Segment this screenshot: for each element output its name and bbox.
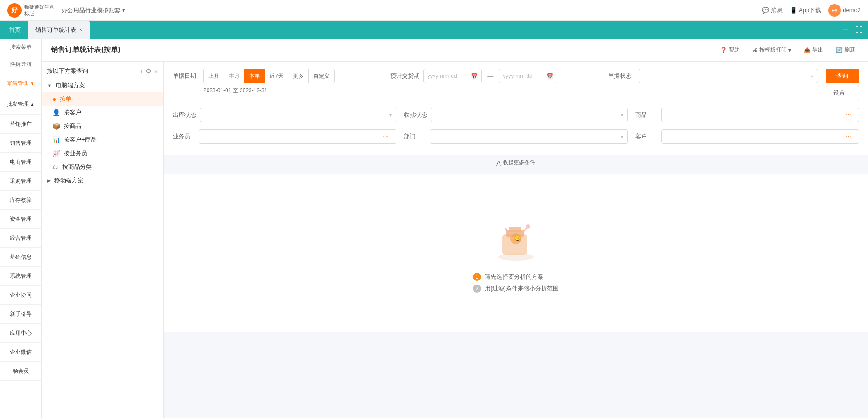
more-icon[interactable]: ··· bbox=[843, 111, 854, 119]
combined-icon: 📊 bbox=[52, 136, 60, 143]
tree-item-by-customer-goods[interactable]: 📊 按客户+商品 bbox=[42, 133, 163, 147]
tab-sales-stats[interactable]: 销售订单统计表 × bbox=[28, 21, 90, 39]
user-profile[interactable]: Ea demo2 bbox=[828, 4, 861, 17]
sales-person-input[interactable]: ··· bbox=[199, 129, 396, 144]
sidebar-item-newbie[interactable]: 新手引导 bbox=[0, 305, 41, 324]
sidebar-nav-quicklink[interactable]: 快捷导航 bbox=[0, 56, 41, 73]
date-range-display: 2023-01-01 至 2023-12-31 bbox=[203, 87, 267, 95]
refresh-icon: 🔄 bbox=[836, 47, 843, 53]
date-btn-last-month[interactable]: 上月 bbox=[203, 69, 224, 83]
left-panel-header: 按以下方案查询 + ⚙ « bbox=[42, 67, 163, 79]
forecast-date-end[interactable]: yyyy-mm-dd 📅 bbox=[499, 69, 557, 83]
tree-item-by-order[interactable]: ● 按单 bbox=[42, 92, 163, 106]
forecast-date-start[interactable]: yyyy-mm-dd 📅 bbox=[423, 69, 482, 83]
help-button[interactable]: ❓ 帮助 bbox=[717, 44, 743, 56]
logo-area: 好 畅捷通好生意 标版 bbox=[7, 3, 54, 18]
tree-item-by-category[interactable]: 🗂 按商品分类 bbox=[42, 160, 163, 174]
date-btn-more[interactable]: 更多 bbox=[288, 69, 309, 83]
sidebar-item-sales[interactable]: 销售管理 bbox=[0, 134, 41, 153]
print-icon: 🖨 bbox=[752, 47, 758, 53]
sidebar-item-enterprise[interactable]: 企业协同 bbox=[0, 286, 41, 305]
svg-text:😊: 😊 bbox=[514, 235, 522, 243]
sidebar-item-operations[interactable]: 经营管理 bbox=[0, 229, 41, 248]
tree-parent-mobile[interactable]: ▶ 移动端方案 bbox=[42, 174, 163, 187]
tree-item-by-customer[interactable]: 👤 按客户 bbox=[42, 106, 163, 119]
collapse-panel-icon[interactable]: « bbox=[154, 67, 158, 75]
filter-layout: 按以下方案查询 + ⚙ « ▼ 电脑端方案 ● 按单 � bbox=[42, 62, 868, 418]
logo-icon: 好 bbox=[7, 3, 22, 18]
left-panel: 按以下方案查询 + ⚙ « ▼ 电脑端方案 ● 按单 � bbox=[42, 62, 164, 418]
more-icon[interactable]: ··· bbox=[843, 133, 854, 141]
sidebar-item-system[interactable]: 系统管理 bbox=[0, 267, 41, 286]
download-button[interactable]: 📱 App下载 bbox=[790, 6, 821, 14]
department-dropdown[interactable]: ▾ bbox=[430, 129, 627, 144]
payment-status-cell: 收款状态 ▾ bbox=[404, 108, 627, 122]
sidebar-item-finance[interactable]: 资金管理 bbox=[0, 210, 41, 229]
sidebar-item-ecommerce[interactable]: 电商管理 bbox=[0, 153, 41, 172]
settings-button[interactable]: 设置 bbox=[826, 86, 859, 100]
department-label: 部门 bbox=[404, 133, 426, 141]
download-icon: 📱 bbox=[790, 7, 797, 14]
add-scheme-icon[interactable]: + bbox=[139, 67, 143, 75]
header-right: 💬 消息 📱 App下载 Ea demo2 bbox=[762, 4, 861, 17]
sidebar-item-wechat[interactable]: 企业微信 bbox=[0, 343, 41, 362]
export-button[interactable]: 📤 导出 bbox=[800, 44, 827, 56]
date-btn-this-month[interactable]: 本月 bbox=[224, 69, 245, 83]
page-title: 销售订单统计表(按单) bbox=[51, 45, 121, 60]
message-button[interactable]: 💬 消息 bbox=[762, 6, 783, 14]
date-btn-this-year[interactable]: 本年 bbox=[244, 69, 265, 83]
svg-point-7 bbox=[526, 224, 530, 229]
message-icon: 💬 bbox=[762, 7, 769, 14]
customer-label: 客户 bbox=[635, 133, 658, 141]
sidebar-item-apps[interactable]: 应用中心 bbox=[0, 324, 41, 343]
sidebar-item-purchase[interactable]: 采购管理 bbox=[0, 172, 41, 191]
minimize-icon[interactable]: ─ bbox=[841, 24, 850, 36]
date-shortcuts: 上月 本月 本年 近7天 更多 自定义 bbox=[203, 69, 335, 83]
print-button[interactable]: 🖨 按模板打印 ▾ bbox=[749, 44, 795, 56]
chevron-down-icon: ▾ bbox=[122, 7, 125, 14]
category-icon: 🗂 bbox=[52, 163, 59, 171]
close-tab-icon[interactable]: × bbox=[79, 27, 82, 33]
collapse-conditions-bar[interactable]: ⋀ 收起更多条件 bbox=[164, 155, 868, 170]
calendar-icon: 📅 bbox=[546, 73, 553, 80]
out-status-label: 出库状态 bbox=[173, 111, 196, 119]
sidebar-item-inventory[interactable]: 库存核算 bbox=[0, 191, 41, 210]
export-icon: 📤 bbox=[804, 47, 811, 53]
empty-step-1: 1 请先选择要分析的方案 bbox=[473, 273, 558, 281]
date-separator: — bbox=[486, 73, 495, 80]
query-button[interactable]: 查询 bbox=[826, 69, 859, 83]
tree-item-by-goods[interactable]: 📦 按商品 bbox=[42, 119, 163, 133]
date-btn-last-7[interactable]: 近7天 bbox=[264, 69, 288, 83]
sidebar-item-basic[interactable]: 基础信息 bbox=[0, 248, 41, 267]
sidebar-search[interactable]: 搜索菜单 bbox=[0, 39, 41, 56]
settings-scheme-icon[interactable]: ⚙ bbox=[146, 67, 151, 75]
goods-icon: 📦 bbox=[52, 123, 60, 130]
filter-panel: 单据日期 上月 本月 本年 近7天 更多 自定义 bbox=[164, 62, 868, 155]
sidebar-item-member[interactable]: 畅会员 bbox=[0, 362, 41, 381]
dropdown-arrow-icon: ▾ bbox=[621, 113, 623, 118]
maximize-icon[interactable]: ⛶ bbox=[854, 24, 864, 36]
status-dropdown[interactable]: ▾ bbox=[639, 69, 818, 83]
content-area: 销售订单统计表(按单) ❓ 帮助 🖨 按模板打印 ▾ 📤 导出 🔄 刷新 bbox=[42, 39, 868, 418]
empty-step-2: 2 用[过滤]条件来缩小分析范围 bbox=[473, 285, 558, 293]
logo-text: 畅捷通好生意 标版 bbox=[24, 4, 54, 17]
workspace-selector[interactable]: 办公用品行业模拟账套 ▾ bbox=[58, 5, 129, 16]
left-panel-actions: + ⚙ « bbox=[139, 67, 158, 75]
sidebar-item-marketing[interactable]: 营销推广 bbox=[0, 115, 41, 134]
more-icon[interactable]: ··· bbox=[380, 133, 392, 141]
sidebar-item-retail[interactable]: 零售管理 ▼ bbox=[0, 73, 41, 94]
goods-input[interactable]: ··· bbox=[661, 108, 859, 122]
tab-home[interactable]: 首页 bbox=[2, 21, 28, 39]
tree-parent-pc[interactable]: ▼ 电脑端方案 bbox=[42, 79, 163, 92]
payment-status-dropdown[interactable]: ▾ bbox=[431, 108, 627, 122]
goods-label: 商品 bbox=[635, 111, 658, 119]
top-header: 好 畅捷通好生意 标版 办公用品行业模拟账套 ▾ 💬 消息 📱 App下载 Ea… bbox=[0, 0, 868, 21]
sidebar-item-wholesale[interactable]: 批发管理 ▲ bbox=[0, 94, 41, 115]
payment-status-label: 收款状态 bbox=[404, 111, 427, 119]
tree-item-by-salesperson[interactable]: 📈 按业务员 bbox=[42, 147, 163, 160]
customer-input[interactable]: ··· bbox=[661, 129, 859, 144]
out-status-dropdown[interactable]: ▾ bbox=[200, 108, 396, 122]
refresh-button[interactable]: 🔄 刷新 bbox=[832, 44, 859, 56]
date-btn-custom[interactable]: 自定义 bbox=[308, 69, 335, 83]
customer-cell: 客户 ··· bbox=[635, 129, 859, 144]
